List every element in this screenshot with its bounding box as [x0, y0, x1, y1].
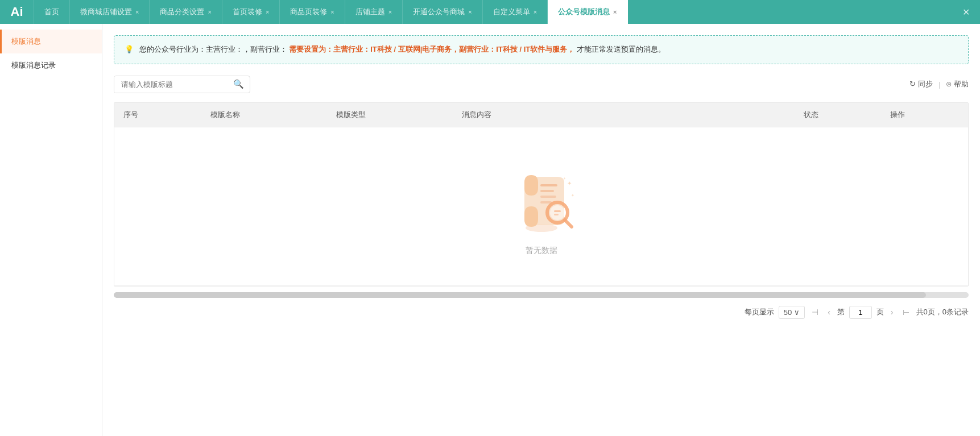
notice-suffix: 才能正常发送预置的消息。 — [577, 45, 665, 53]
tab-item-5[interactable]: 店铺主题 × — [345, 0, 403, 24]
empty-text: 暂无数据 — [526, 246, 557, 256]
search-bar: 🔍 ↻ 同步 | ⊙ 帮助 — [114, 76, 969, 93]
tab-close-icon-4[interactable]: × — [330, 9, 334, 15]
sidebar-item-0[interactable]: 模版消息 — [0, 30, 102, 53]
sync-button[interactable]: ↻ 同步 — [909, 79, 933, 89]
tab-close-icon-5[interactable]: × — [388, 9, 392, 15]
prev-page-button[interactable]: ‹ — [825, 306, 833, 318]
tab-label-1: 微商城店铺设置 — [80, 7, 132, 17]
search-input[interactable] — [114, 76, 228, 93]
tab-label-2: 商品分类设置 — [160, 7, 204, 17]
tab-close-icon-6[interactable]: × — [468, 9, 472, 15]
tab-close-icon-8[interactable]: × — [613, 9, 617, 15]
svg-rect-8 — [554, 210, 561, 212]
sidebar-item-1[interactable]: 模版消息记录 — [0, 53, 102, 77]
empty-state: ✦ ✦ ✦ 暂无数据 — [123, 134, 959, 279]
sidebar: 模版消息模版消息记录 — [0, 24, 102, 436]
tab-label-5: 店铺主题 — [355, 7, 385, 17]
page-label: 第 — [837, 307, 845, 317]
tab-label-6: 开通公众号商城 — [413, 7, 465, 17]
svg-rect-3 — [540, 196, 556, 198]
tab-item-8[interactable]: 公众号模版消息 × — [548, 0, 627, 24]
page-size-value: 50 — [784, 308, 792, 317]
bulb-icon: 💡 — [125, 45, 134, 53]
content-area: 💡 您的公众号行业为：主营行业：，副营行业： 需要设置为：主营行业：IT科技 /… — [102, 24, 980, 436]
svg-line-7 — [565, 220, 572, 227]
svg-rect-2 — [540, 190, 554, 192]
tab-item-0[interactable]: 首页 — [34, 0, 70, 24]
notice-prefix: 您的公众号行业为：主营行业：，副营行业： — [139, 45, 287, 53]
sync-icon: ↻ — [909, 80, 916, 88]
tab-item-2[interactable]: 商品分类设置 × — [150, 0, 222, 24]
scroll-thumb — [114, 292, 926, 298]
tab-label-0: 首页 — [44, 7, 59, 17]
col-header-1: 模版名称 — [201, 103, 327, 127]
help-label: 帮助 — [954, 80, 969, 88]
main-layout: 模版消息模版消息记录 💡 您的公众号行业为：主营行业：，副营行业： 需要设置为：… — [0, 24, 980, 436]
page-size-select[interactable]: 50 ∨ — [779, 306, 805, 319]
last-page-button[interactable]: ⊢ — [900, 306, 912, 318]
page-unit-label: 页 — [876, 307, 884, 317]
tab-label-7: 自定义菜单 — [493, 7, 530, 17]
tab-item-3[interactable]: 首页装修 × — [222, 0, 280, 24]
search-right: ↻ 同步 | ⊙ 帮助 — [909, 79, 969, 89]
tab-close-icon-7[interactable]: × — [534, 9, 537, 15]
page-number-input[interactable] — [849, 306, 872, 319]
notice-banner: 💡 您的公众号行业为：主营行业：，副营行业： 需要设置为：主营行业：IT科技 /… — [114, 35, 969, 64]
help-button[interactable]: ⊙ 帮助 — [946, 79, 969, 89]
table-wrapper: 序号模版名称模版类型消息内容状态操作 — [114, 102, 969, 286]
search-button[interactable]: 🔍 — [228, 79, 250, 89]
svg-text:✦: ✦ — [571, 193, 574, 197]
col-header-0: 序号 — [114, 103, 201, 127]
page-size-label: 每页显示 — [745, 307, 774, 317]
svg-text:✦: ✦ — [563, 177, 566, 180]
svg-rect-1 — [540, 184, 557, 186]
app-logo: Ai — [0, 0, 34, 24]
template-table: 序号模版名称模版类型消息内容状态操作 — [114, 103, 968, 286]
tab-item-1[interactable]: 微商城店铺设置 × — [70, 0, 150, 24]
notice-highlight: 需要设置为：主营行业：IT科技 / 互联网|电子商务，副营行业：IT科技 / I… — [289, 45, 574, 53]
close-all-button[interactable]: ✕ — [962, 7, 980, 18]
col-header-2: 模版类型 — [327, 103, 453, 127]
horizontal-scrollbar[interactable] — [114, 292, 969, 298]
svg-rect-4 — [540, 201, 552, 204]
svg-text:✦: ✦ — [567, 180, 572, 186]
empty-illustration: ✦ ✦ ✦ — [507, 168, 576, 236]
chevron-down-icon: ∨ — [794, 308, 800, 317]
col-header-5: 操作 — [881, 103, 968, 127]
tab-label-8: 公众号模版消息 — [558, 7, 610, 17]
tab-close-icon-2[interactable]: × — [208, 9, 211, 15]
tab-item-4[interactable]: 商品页装修 × — [280, 0, 345, 24]
tab-close-icon-1[interactable]: × — [135, 9, 139, 15]
tab-item-7[interactable]: 自定义菜单 × — [483, 0, 548, 24]
tab-bar: Ai 首页微商城店铺设置 ×商品分类设置 ×首页装修 ×商品页装修 ×店铺主题 … — [0, 0, 980, 24]
tab-item-6[interactable]: 开通公众号商城 × — [403, 0, 482, 24]
svg-rect-9 — [554, 214, 559, 215]
search-input-wrapper[interactable]: 🔍 — [114, 76, 250, 93]
help-icon: ⊙ — [946, 80, 952, 88]
pagination: 每页显示 50 ∨ ⊣ ‹ 第 页 › ⊢ 共0页，0条记录 — [114, 306, 969, 319]
total-text: 共0页，0条记录 — [916, 307, 969, 317]
next-page-button[interactable]: › — [888, 306, 896, 318]
divider: | — [938, 80, 940, 89]
tab-label-3: 首页装修 — [233, 7, 262, 17]
tab-close-icon-3[interactable]: × — [266, 9, 269, 15]
col-header-3: 消息内容 — [453, 103, 794, 127]
col-header-4: 状态 — [795, 103, 882, 127]
sync-label: 同步 — [918, 80, 933, 88]
tab-label-4: 商品页装修 — [290, 7, 327, 17]
svg-point-6 — [550, 205, 565, 220]
first-page-button[interactable]: ⊣ — [809, 306, 821, 318]
